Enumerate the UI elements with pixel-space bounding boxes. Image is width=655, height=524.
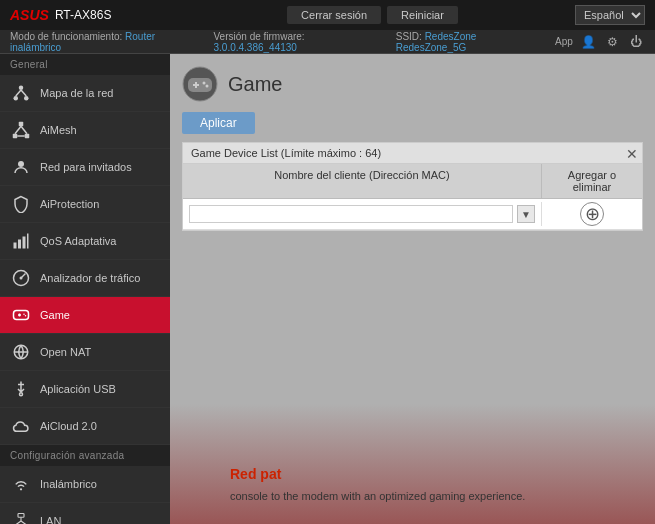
table-header-row: Nombre del cliente (Dirección MAC) Agreg… xyxy=(183,164,642,199)
mesh-icon xyxy=(10,119,32,141)
restart-button[interactable]: Reiniciar xyxy=(387,6,458,24)
sidebar-item-inalambrico[interactable]: Inalámbrico xyxy=(0,466,170,503)
traffic-icon xyxy=(10,267,32,289)
shield-icon xyxy=(10,193,32,215)
client-mac-input[interactable] xyxy=(189,205,513,223)
svg-point-21 xyxy=(23,314,25,316)
guest-icon xyxy=(10,156,32,178)
sidebar-label-aimesh: AiMesh xyxy=(40,124,77,136)
sidebar-label-usb: Aplicación USB xyxy=(40,383,116,395)
svg-point-11 xyxy=(18,161,24,167)
svg-rect-43 xyxy=(188,78,212,92)
content-area: Game Aplicar Game Device List (Límite má… xyxy=(170,54,655,524)
sidebar-item-qos[interactable]: QoS Adaptativa xyxy=(0,223,170,260)
device-list-title: Game Device List (Límite máximo : 64) xyxy=(191,147,381,159)
sidebar-label-mapa-red: Mapa de la red xyxy=(40,87,113,99)
firmware-value: 3.0.0.4.386_44130 xyxy=(214,42,297,53)
add-device-button[interactable]: ⊕ xyxy=(580,202,604,226)
language-dropdown[interactable]: Español xyxy=(575,5,645,25)
svg-point-0 xyxy=(19,86,24,91)
nat-icon xyxy=(10,341,32,363)
svg-point-1 xyxy=(14,96,19,101)
add-remove-cell: ⊕ xyxy=(542,199,642,229)
sidebar-label-aicloud: AiCloud 2.0 xyxy=(40,420,97,432)
sidebar-label-open-nat: Open NAT xyxy=(40,346,91,358)
svg-rect-14 xyxy=(23,237,26,249)
sidebar-label-analizador: Analizador de tráfico xyxy=(40,272,140,284)
ssid-label: SSID: RedesZone RedesZone_5G xyxy=(396,31,547,53)
svg-rect-12 xyxy=(14,243,17,249)
svg-rect-7 xyxy=(25,134,30,139)
sidebar-item-red-invitados[interactable]: Red para invitados xyxy=(0,149,170,186)
col-name-header: Nombre del cliente (Dirección MAC) xyxy=(183,164,542,198)
panel-title: Game xyxy=(228,73,282,96)
svg-line-3 xyxy=(16,90,21,96)
device-list-header: Game Device List (Límite máximo : 64) ✕ xyxy=(183,143,642,164)
svg-point-46 xyxy=(203,82,206,85)
description-text: console to the modem with an optimized g… xyxy=(230,489,635,504)
sidebar-label-red-invitados: Red para invitados xyxy=(40,161,132,173)
client-input-cell: ▼ xyxy=(183,202,542,226)
svg-point-17 xyxy=(20,277,23,280)
power-icon[interactable]: ⏻ xyxy=(627,33,645,51)
game-panel: Game Aplicar Game Device List (Límite má… xyxy=(170,54,655,524)
user-icon[interactable]: 👤 xyxy=(579,33,597,51)
svg-rect-27 xyxy=(18,514,24,518)
top-bar: ASUS RT-AX86S Cerrar sesión Reiniciar Es… xyxy=(0,0,655,30)
background-text: Red pat console to the modem with an opt… xyxy=(230,465,635,504)
dropdown-button[interactable]: ▼ xyxy=(517,205,535,223)
asus-logo: ASUS xyxy=(10,7,49,23)
ssid2[interactable]: RedesZone_5G xyxy=(396,42,467,53)
svg-point-25 xyxy=(20,393,23,396)
svg-line-4 xyxy=(21,90,26,96)
info-bar: Modo de funcionamiento: Router inalámbri… xyxy=(0,30,655,54)
device-list-container: Game Device List (Límite máximo : 64) ✕ … xyxy=(182,142,643,231)
top-bar-buttons: Cerrar sesión Reiniciar xyxy=(180,6,565,24)
sidebar-item-game[interactable]: Game xyxy=(0,297,170,334)
sidebar-label-aiprotection: AiProtection xyxy=(40,198,99,210)
app-icon[interactable]: App xyxy=(555,33,573,51)
language-selector[interactable]: Español xyxy=(575,5,645,25)
sidebar-item-open-nat[interactable]: Open NAT xyxy=(0,334,170,371)
sidebar-item-aplicacion-usb[interactable]: Aplicación USB xyxy=(0,371,170,408)
sidebar-label-qos: QoS Adaptativa xyxy=(40,235,116,247)
sidebar-label-lan: LAN xyxy=(40,515,61,524)
table-row: ▼ ⊕ xyxy=(183,199,642,230)
close-button[interactable]: ✕ xyxy=(626,147,638,161)
firmware-label: Versión de firmware: 3.0.0.4.386_44130 xyxy=(214,31,388,53)
svg-point-2 xyxy=(24,96,29,101)
main-layout: General Mapa de la red AiMesh Red para i… xyxy=(0,54,655,524)
apply-button[interactable]: Aplicar xyxy=(182,112,255,134)
svg-point-26 xyxy=(20,488,22,490)
lan-icon xyxy=(10,510,32,524)
model-name: RT-AX86S xyxy=(55,8,111,22)
logo-area: ASUS RT-AX86S xyxy=(10,7,170,23)
sidebar-item-aimesh[interactable]: AiMesh xyxy=(0,112,170,149)
sidebar-item-mapa-red[interactable]: Mapa de la red xyxy=(0,75,170,112)
advanced-section-label: Configuración avanzada xyxy=(0,445,170,466)
sidebar: General Mapa de la red AiMesh Red para i… xyxy=(0,54,170,524)
sidebar-label-inalambrico: Inalámbrico xyxy=(40,478,97,490)
usb-icon xyxy=(10,378,32,400)
settings-icon[interactable]: ⚙ xyxy=(603,33,621,51)
svg-rect-13 xyxy=(18,240,21,249)
svg-rect-6 xyxy=(13,134,18,139)
col-action-header: Agregar o eliminar xyxy=(542,164,642,198)
sidebar-item-aicloud[interactable]: AiCloud 2.0 xyxy=(0,408,170,445)
qos-icon xyxy=(10,230,32,252)
network-icon xyxy=(10,82,32,104)
info-bar-right: App 👤 ⚙ ⏻ xyxy=(555,33,645,51)
sidebar-item-aiprotection[interactable]: AiProtection xyxy=(0,186,170,223)
ssid1[interactable]: RedesZone xyxy=(425,31,477,42)
wireless-icon xyxy=(10,473,32,495)
logout-button[interactable]: Cerrar sesión xyxy=(287,6,381,24)
svg-line-8 xyxy=(15,126,21,134)
sidebar-label-game: Game xyxy=(40,309,70,321)
sidebar-item-lan[interactable]: LAN xyxy=(0,503,170,524)
svg-line-9 xyxy=(21,126,27,134)
sidebar-item-analizador-trafico[interactable]: Analizador de tráfico xyxy=(0,260,170,297)
cloud-icon xyxy=(10,415,32,437)
chevron-down-icon: ▼ xyxy=(521,209,531,220)
svg-rect-5 xyxy=(19,122,24,127)
panel-header: Game xyxy=(182,66,643,102)
